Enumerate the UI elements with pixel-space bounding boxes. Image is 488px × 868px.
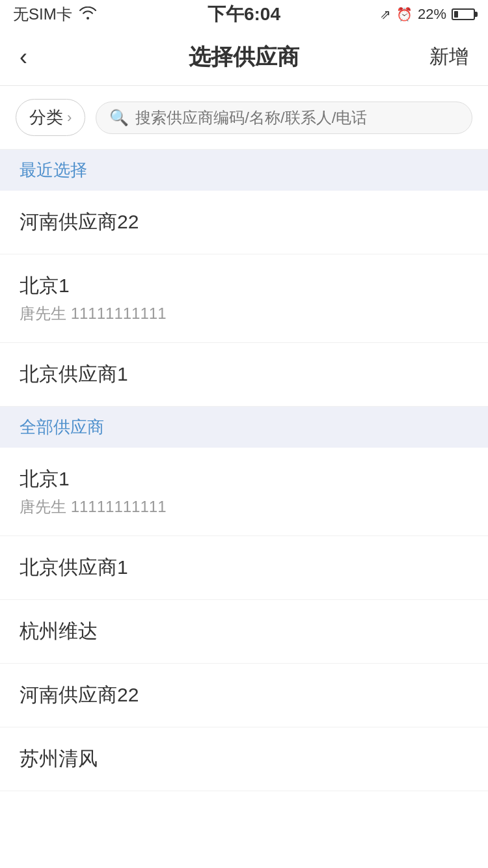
item-name: 北京1 [20, 466, 468, 493]
item-name: 苏州清风 [20, 746, 468, 772]
status-right: ⇗ ⏰ 22% [380, 6, 475, 23]
status-left: 无SIM卡 [13, 4, 97, 25]
item-name: 杭州维达 [20, 618, 468, 645]
status-bar: 无SIM卡 下午6:04 ⇗ ⏰ 22% [0, 0, 488, 29]
item-name: 北京供应商1 [20, 361, 468, 388]
item-name: 北京1 [20, 273, 468, 299]
list-item[interactable]: 河南供应商22 [0, 191, 488, 254]
location-icon: ⇗ [380, 7, 391, 22]
list-item[interactable]: 杭州维达 [0, 600, 488, 664]
battery-fill [454, 11, 458, 18]
chevron-right-icon: › [67, 109, 72, 126]
list-item[interactable]: 北京1唐先生 11111111111 [0, 254, 488, 343]
wifi-icon [79, 5, 97, 23]
search-box: 🔍 [96, 102, 472, 134]
item-sub: 唐先生 11111111111 [20, 496, 468, 517]
all-list: 北京1唐先生 11111111111北京供应商1杭州维达河南供应商22苏州清风 [0, 448, 488, 791]
back-button[interactable]: ‹ [13, 37, 34, 77]
list-item[interactable]: 北京供应商1 [0, 536, 488, 600]
item-name: 河南供应商22 [20, 682, 468, 709]
category-label: 分类 [29, 106, 63, 129]
add-button[interactable]: 新增 [429, 44, 468, 70]
filter-row: 分类 › 🔍 [0, 86, 488, 150]
category-button[interactable]: 分类 › [16, 99, 85, 136]
search-input[interactable] [135, 109, 459, 127]
nav-bar: ‹ 选择供应商 新增 [0, 29, 488, 86]
alarm-icon: ⏰ [396, 7, 413, 22]
search-icon: 🔍 [109, 109, 129, 127]
battery-icon [452, 8, 475, 20]
battery-percent: 22% [418, 6, 446, 23]
recent-list: 河南供应商22北京1唐先生 11111111111北京供应商1 [0, 191, 488, 407]
item-name: 北京供应商1 [20, 554, 468, 581]
item-name: 河南供应商22 [20, 209, 468, 236]
list-item[interactable]: 北京1唐先生 11111111111 [0, 448, 488, 536]
carrier-label: 无SIM卡 [13, 4, 72, 25]
item-sub: 唐先生 11111111111 [20, 303, 468, 324]
list-item[interactable]: 苏州清风 [0, 727, 488, 791]
recent-section-header: 最近选择 [0, 150, 488, 191]
page-title: 选择供应商 [189, 42, 299, 72]
all-section-header: 全部供应商 [0, 407, 488, 448]
status-time: 下午6:04 [208, 2, 280, 27]
list-item[interactable]: 河南供应商22 [0, 664, 488, 727]
list-item[interactable]: 北京供应商1 [0, 343, 488, 407]
